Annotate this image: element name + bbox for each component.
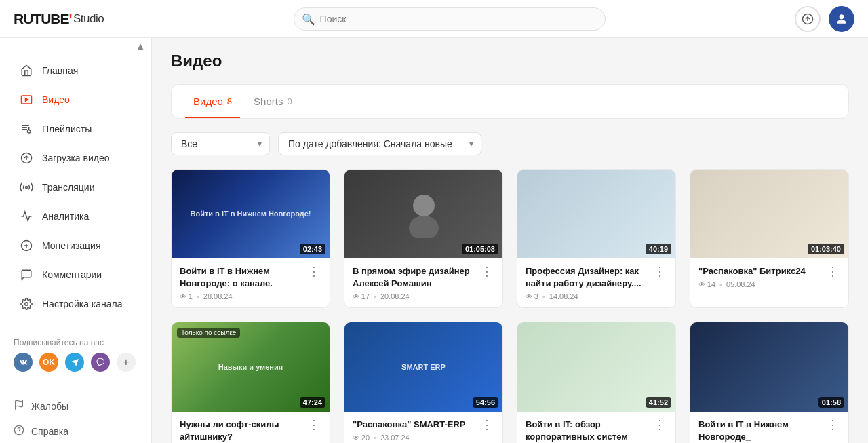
sidebar-item-video[interactable]: Видео: [5, 85, 146, 114]
main-content: Видео Видео 8 Shorts 0 Все Опубликовано: [152, 38, 868, 443]
social-vk-icon[interactable]: [14, 353, 33, 372]
svg-point-16: [413, 195, 435, 216]
video-meta: 20 • 23.07.24: [353, 434, 494, 442]
video-title-row: В прямом эфире дизайнер Алексей Ромашин …: [353, 265, 494, 290]
video-title: Профессия Дизайнер: как найти работу диз…: [526, 265, 650, 290]
video-info: Профессия Дизайнер: как найти работу диз…: [517, 258, 675, 307]
video-menu-button[interactable]: ⋮: [479, 419, 494, 431]
video-meta: 3 • 14.08.24: [526, 292, 667, 301]
video-card[interactable]: 40:19 Профессия Дизайнер: как найти рабо…: [517, 169, 676, 308]
sidebar-item-playlists[interactable]: Плейлисты: [5, 115, 146, 143]
upload-icon-button[interactable]: [795, 6, 821, 32]
sidebar-label-monetization: Монетизация: [42, 240, 101, 251]
video-menu-button[interactable]: ⋮: [652, 419, 667, 431]
sidebar-item-comments[interactable]: Комментарии: [5, 261, 146, 289]
video-card[interactable]: 41:52 Войти в IT: обзор корпоративных си…: [517, 322, 676, 443]
video-info: Войти в IT в Нижнем Новгороде_ ⋮: [690, 412, 848, 444]
video-views: 14: [698, 280, 715, 288]
video-card[interactable]: 01:03:40 "Распаковка" Битрикс24 ⋮ 14 • 0…: [690, 169, 849, 308]
video-views: 17: [353, 292, 370, 301]
tab-video-count: 8: [227, 96, 232, 107]
sidebar-item-streams[interactable]: Трансляции: [5, 173, 146, 201]
comment-icon: [19, 267, 34, 282]
tab-video[interactable]: Видео 8: [185, 85, 240, 118]
svg-marker-4: [26, 98, 28, 102]
video-grid: Войти в IT в Нижнем Новгороде! 02:43 Вой…: [171, 169, 849, 443]
video-menu-button[interactable]: ⋮: [307, 419, 321, 431]
playlist-icon: [19, 121, 34, 136]
video-info: Войти в IT в Нижнем Новгороде: о канале.…: [172, 258, 330, 307]
thumb-text: Навыки и умения: [213, 357, 288, 377]
sidebar-label-streams: Трансляции: [42, 182, 94, 193]
header-icons: [795, 6, 854, 32]
social-viber-icon[interactable]: [91, 353, 110, 372]
social-add-icon[interactable]: +: [117, 353, 136, 372]
svg-point-5: [28, 130, 31, 134]
video-info: Нужны ли софт-скилы айтишнику? ⋮: [172, 412, 330, 444]
video-title-row: Войти в IT в Нижнем Новгороде: о канале.…: [180, 265, 321, 290]
svg-point-12: [25, 303, 28, 306]
social-section: Подписывайтесь на нас OK +: [0, 330, 151, 377]
logo[interactable]: RUTUBE'Studio: [14, 11, 104, 27]
sidebar-label-playlists: Плейлисты: [42, 123, 92, 134]
video-info: "Распаковка" Битрикс24 ⋮ 14 • 05.08.24: [690, 258, 848, 295]
video-thumbnail: 41:52: [517, 322, 675, 411]
sidebar-item-settings[interactable]: Настройка канала: [5, 290, 146, 318]
video-card[interactable]: Войти в IT в Нижнем Новгороде! 02:43 Вой…: [171, 169, 330, 308]
video-info: "Распаковка" SMART-ERP ⋮ 20 • 23.07.24: [344, 412, 502, 444]
logo-ru: RU: [14, 11, 33, 27]
upload-nav-icon: [19, 151, 34, 166]
video-title: Войти в IT в Нижнем Новгороде_: [698, 419, 823, 443]
complaints-label: Жалобы: [31, 401, 68, 412]
money-icon: [19, 238, 34, 253]
video-duration: 41:52: [646, 397, 671, 408]
video-menu-button[interactable]: ⋮: [652, 265, 667, 277]
sort-filter[interactable]: По дате добавления: Сначала новые По дат…: [278, 132, 481, 155]
video-card[interactable]: 01:05:08 В прямом эфире дизайнер Алексей…: [344, 169, 503, 308]
video-views: 1: [180, 292, 193, 301]
video-card[interactable]: 01:58 Войти в IT в Нижнем Новгороде_ ⋮: [690, 322, 849, 443]
sidebar-item-upload[interactable]: Загрузка видео: [5, 144, 146, 172]
social-ok-icon[interactable]: OK: [39, 353, 58, 372]
user-avatar-button[interactable]: [829, 6, 854, 32]
video-duration: 01:58: [818, 397, 844, 408]
video-thumbnail: SMART ERP 54:56: [344, 322, 502, 411]
video-info: В прямом эфире дизайнер Алексей Ромашин …: [344, 258, 502, 307]
svg-point-17: [409, 216, 439, 238]
tab-video-label: Видео: [193, 96, 223, 107]
video-info: Войти в IT: обзор корпоративных систем д…: [517, 412, 675, 444]
video-thumbnail: Навыки и умения Только по ссылке 47:24: [172, 322, 330, 411]
sidebar-scroll-up-button[interactable]: ▲: [135, 41, 146, 53]
thumb-text: Войти в IT в Нижнем Новгороде!: [184, 204, 316, 224]
sidebar-item-home[interactable]: Главная: [5, 56, 146, 85]
help-label: Справка: [31, 426, 68, 437]
search-bar: 🔍: [294, 7, 606, 31]
status-filter[interactable]: Все Опубликовано Черновик Скрытое: [171, 132, 270, 155]
sidebar-item-complaints[interactable]: Жалобы: [0, 393, 151, 419]
settings-icon: [19, 296, 34, 311]
video-title-row: "Распаковка" SMART-ERP ⋮: [353, 419, 494, 431]
video-date: 28.08.24: [203, 292, 233, 301]
sidebar-label-home: Главная: [42, 65, 78, 76]
video-title: "Распаковка" SMART-ERP: [353, 419, 477, 431]
video-thumbnail: 01:03:40: [690, 170, 848, 258]
video-menu-button[interactable]: ⋮: [825, 265, 840, 277]
sidebar-item-monetization[interactable]: Монетизация: [5, 231, 146, 260]
video-menu-button[interactable]: ⋮: [307, 265, 321, 277]
video-thumbnail: 01:58: [690, 322, 848, 411]
svg-point-8: [26, 187, 28, 189]
tabs-card: Видео 8 Shorts 0: [171, 84, 849, 119]
search-input[interactable]: [294, 7, 606, 31]
video-menu-button[interactable]: ⋮: [825, 419, 840, 431]
status-filter-wrap: Все Опубликовано Черновик Скрытое: [171, 132, 270, 155]
sidebar-item-help[interactable]: Справка: [0, 419, 151, 443]
video-menu-button[interactable]: ⋮: [479, 265, 494, 277]
tab-shorts[interactable]: Shorts 0: [245, 85, 300, 118]
sidebar: ▲ Главная Видео Плейли: [0, 38, 152, 443]
video-card[interactable]: Навыки и умения Только по ссылке 47:24 Н…: [171, 322, 330, 443]
video-card[interactable]: SMART ERP 54:56 "Распаковка" SMART-ERP ⋮…: [344, 322, 503, 443]
social-telegram-icon[interactable]: [65, 353, 84, 372]
sidebar-item-analytics[interactable]: Аналитика: [5, 202, 146, 231]
video-duration: 47:24: [300, 397, 326, 408]
tabs-row: Видео 8 Shorts 0: [185, 85, 835, 118]
